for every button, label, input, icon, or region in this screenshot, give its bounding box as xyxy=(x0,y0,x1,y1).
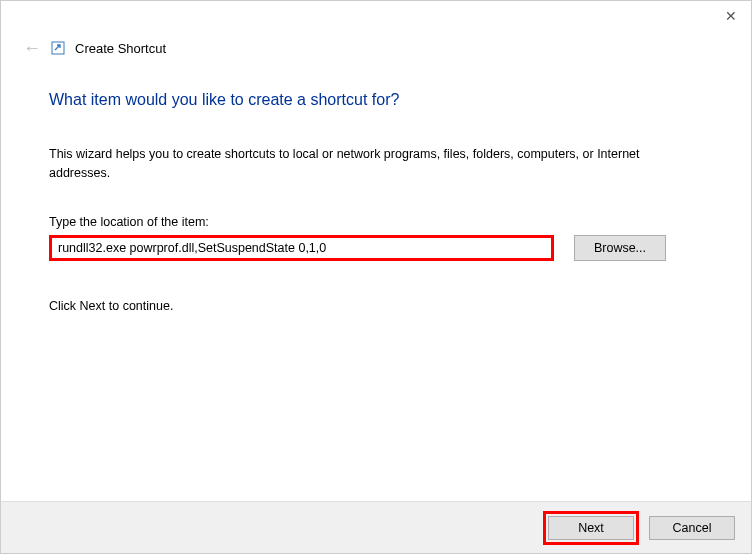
next-highlight: Next xyxy=(543,511,639,545)
page-heading: What item would you like to create a sho… xyxy=(49,91,703,109)
dialog-title: Create Shortcut xyxy=(75,41,166,56)
close-icon[interactable]: ✕ xyxy=(725,8,737,24)
svg-rect-0 xyxy=(52,42,64,54)
location-row: Browse... xyxy=(49,235,703,261)
dialog-footer: Next Cancel xyxy=(1,501,751,553)
back-arrow-icon[interactable]: ← xyxy=(23,39,41,57)
titlebar: ✕ xyxy=(1,1,751,31)
location-input[interactable] xyxy=(49,235,554,261)
dialog-content: What item would you like to create a sho… xyxy=(1,57,751,313)
shortcut-icon xyxy=(51,41,65,55)
continue-text: Click Next to continue. xyxy=(49,299,703,313)
next-button[interactable]: Next xyxy=(548,516,634,540)
dialog-header: ← Create Shortcut xyxy=(1,31,751,57)
description-text: This wizard helps you to create shortcut… xyxy=(49,145,689,183)
browse-button[interactable]: Browse... xyxy=(574,235,666,261)
cancel-button[interactable]: Cancel xyxy=(649,516,735,540)
location-label: Type the location of the item: xyxy=(49,215,703,229)
